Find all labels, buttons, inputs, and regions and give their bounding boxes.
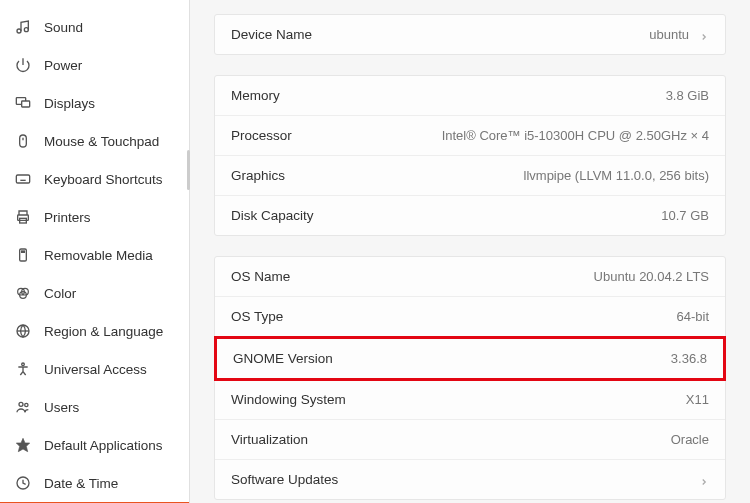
settings-sidebar: Sound Power Displays Mouse & Touchpad Ke… — [0, 0, 190, 503]
svg-point-23 — [25, 403, 28, 406]
row-key: OS Name — [231, 269, 290, 284]
usb-icon — [14, 246, 32, 264]
sidebar-item-label: Default Applications — [44, 438, 163, 453]
sidebar-item-label: Date & Time — [44, 476, 118, 491]
power-icon — [14, 56, 32, 74]
star-icon — [14, 436, 32, 454]
keyboard-icon — [14, 170, 32, 188]
row-value — [699, 475, 709, 485]
svg-point-22 — [19, 402, 23, 406]
row-value: 64-bit — [676, 309, 709, 324]
virtualization-row: Virtualization Oracle — [215, 420, 725, 460]
device-name-row[interactable]: Device Name ubuntu — [215, 15, 725, 54]
svg-rect-7 — [16, 175, 29, 183]
row-value: Ubuntu 20.04.2 LTS — [594, 269, 709, 284]
sidebar-item-label: Universal Access — [44, 362, 147, 377]
sidebar-item-date-time[interactable]: Date & Time — [0, 464, 189, 502]
svg-rect-4 — [22, 101, 30, 107]
row-key: Graphics — [231, 168, 285, 183]
row-key: Software Updates — [231, 472, 338, 487]
svg-point-0 — [17, 29, 21, 33]
color-icon — [14, 284, 32, 302]
svg-rect-15 — [22, 251, 25, 252]
disk-capacity-row: Disk Capacity 10.7 GB — [215, 196, 725, 235]
music-note-icon — [14, 18, 32, 36]
row-value: 10.7 GB — [661, 208, 709, 223]
device-name-value: ubuntu — [649, 27, 689, 42]
memory-row: Memory 3.8 GiB — [215, 76, 725, 116]
row-key: Device Name — [231, 27, 312, 42]
row-key: Processor — [231, 128, 292, 143]
sidebar-item-label: Color — [44, 286, 76, 301]
sidebar-item-users[interactable]: Users — [0, 388, 189, 426]
row-value: Oracle — [671, 432, 709, 447]
globe-icon — [14, 322, 32, 340]
sidebar-item-keyboard-shortcuts[interactable]: Keyboard Shortcuts — [0, 160, 189, 198]
displays-icon — [14, 94, 32, 112]
row-value: 3.36.8 — [671, 351, 707, 366]
software-updates-row[interactable]: Software Updates — [215, 460, 725, 499]
sidebar-item-label: Mouse & Touchpad — [44, 134, 159, 149]
sidebar-item-label: Displays — [44, 96, 95, 111]
row-key: GNOME Version — [233, 351, 333, 366]
sidebar-item-label: Power — [44, 58, 82, 73]
processor-row: Processor Intel® Core™ i5-10300H CPU @ 2… — [215, 116, 725, 156]
device-name-panel: Device Name ubuntu — [214, 14, 726, 55]
row-key: Windowing System — [231, 392, 346, 407]
row-value: llvmpipe (LLVM 11.0.0, 256 bits) — [524, 168, 709, 183]
sidebar-item-removable-media[interactable]: Removable Media — [0, 236, 189, 274]
sidebar-item-label: Region & Language — [44, 324, 163, 339]
row-value: Intel® Core™ i5-10300H CPU @ 2.50GHz × 4 — [442, 128, 709, 143]
row-value: ubuntu — [649, 27, 709, 42]
sidebar-item-color[interactable]: Color — [0, 274, 189, 312]
sidebar-item-universal-access[interactable]: Universal Access — [0, 350, 189, 388]
sidebar-item-power[interactable]: Power — [0, 46, 189, 84]
svg-point-21 — [22, 363, 25, 366]
row-key: Memory — [231, 88, 280, 103]
users-icon — [14, 398, 32, 416]
printer-icon — [14, 208, 32, 226]
svg-marker-24 — [16, 438, 29, 451]
sidebar-item-sound[interactable]: Sound — [0, 8, 189, 46]
windowing-system-row: Windowing System X11 — [215, 380, 725, 420]
clock-icon — [14, 474, 32, 492]
sidebar-item-label: Keyboard Shortcuts — [44, 172, 163, 187]
chevron-right-icon — [699, 30, 709, 40]
sidebar-item-region-language[interactable]: Region & Language — [0, 312, 189, 350]
sidebar-item-mouse-touchpad[interactable]: Mouse & Touchpad — [0, 122, 189, 160]
accessibility-icon — [14, 360, 32, 378]
sidebar-scrollbar[interactable] — [187, 150, 190, 190]
sidebar-item-label: Printers — [44, 210, 91, 225]
software-panel: OS Name Ubuntu 20.04.2 LTS OS Type 64-bi… — [214, 256, 726, 500]
gnome-version-row: GNOME Version 3.36.8 — [214, 336, 726, 381]
sidebar-item-printers[interactable]: Printers — [0, 198, 189, 236]
sidebar-item-displays[interactable]: Displays — [0, 84, 189, 122]
row-key: OS Type — [231, 309, 283, 324]
row-value: X11 — [686, 392, 709, 407]
chevron-right-icon — [699, 475, 709, 485]
os-type-row: OS Type 64-bit — [215, 297, 725, 337]
sidebar-item-default-applications[interactable]: Default Applications — [0, 426, 189, 464]
svg-point-1 — [24, 28, 28, 32]
sidebar-item-label: Users — [44, 400, 79, 415]
mouse-icon — [14, 132, 32, 150]
sidebar-item-label: Removable Media — [44, 248, 153, 263]
graphics-row: Graphics llvmpipe (LLVM 11.0.0, 256 bits… — [215, 156, 725, 196]
row-key: Virtualization — [231, 432, 308, 447]
row-value: 3.8 GiB — [666, 88, 709, 103]
os-name-row: OS Name Ubuntu 20.04.2 LTS — [215, 257, 725, 297]
sidebar-item-label: Sound — [44, 20, 83, 35]
row-key: Disk Capacity — [231, 208, 314, 223]
about-panel: Device Name ubuntu Memory 3.8 GiB Proces… — [190, 0, 750, 503]
svg-rect-5 — [20, 135, 27, 147]
hardware-panel: Memory 3.8 GiB Processor Intel® Core™ i5… — [214, 75, 726, 236]
